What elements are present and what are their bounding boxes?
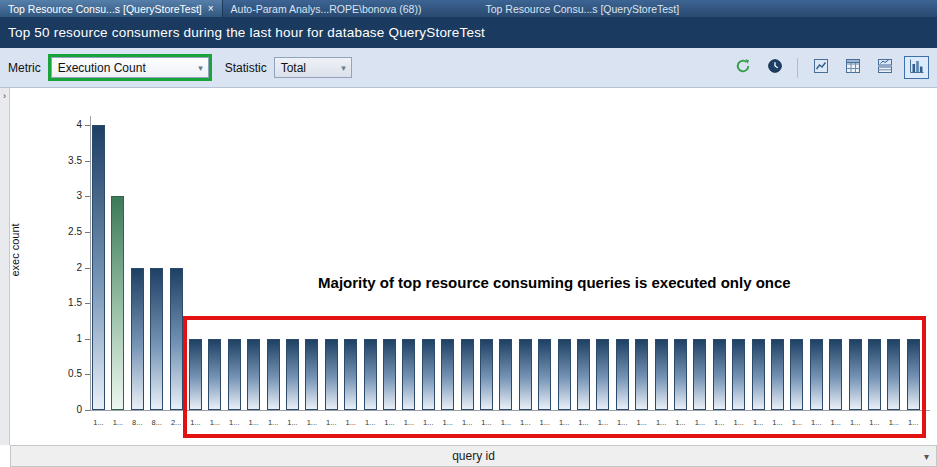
chart-view-button[interactable] xyxy=(808,56,833,79)
report-toolbar: Metric Execution Count ▾ Statistic Total… xyxy=(0,48,937,88)
y-tick-mark xyxy=(85,339,90,340)
split-view-button[interactable] xyxy=(872,56,897,79)
y-tick-label: 1 xyxy=(38,333,82,344)
tab-top-resource-consumers-2[interactable]: Top Resource Consu...s [QueryStoreTest] xyxy=(477,0,687,17)
metric-label: Metric xyxy=(8,61,41,75)
bar-chart-plot: exec count 00.511.522.533.541...1...8...… xyxy=(10,88,937,445)
chart-panel: › exec count 00.511.522.533.541...1...8.… xyxy=(0,88,937,445)
highlight-red-box xyxy=(183,316,926,438)
y-tick-mark xyxy=(85,196,90,197)
close-icon[interactable]: × xyxy=(208,3,214,14)
chevron-down-icon: ▾ xyxy=(924,451,929,462)
query-bar[interactable] xyxy=(131,268,144,411)
document-tab-bar: Top Resource Consu...s [QueryStoreTest] … xyxy=(0,0,937,17)
page-title: Top 50 resource consumers during the las… xyxy=(8,25,485,40)
query-bar[interactable] xyxy=(170,268,183,411)
timer-button[interactable] xyxy=(762,56,787,79)
split-view-icon xyxy=(877,58,893,77)
chevron-down-icon: ▾ xyxy=(341,63,346,73)
query-bar[interactable] xyxy=(150,268,163,411)
metric-value: Execution Count xyxy=(58,61,146,75)
y-axis-line xyxy=(90,116,91,410)
x-tick-label: 1... xyxy=(89,418,109,427)
y-tick-mark xyxy=(85,125,90,126)
refresh-button[interactable] xyxy=(730,56,755,79)
x-axis-title: query id xyxy=(452,449,495,463)
x-axis-dropdown[interactable]: query id ▾ xyxy=(10,445,937,467)
statistic-value: Total xyxy=(281,61,306,75)
x-tick-label: 8... xyxy=(147,418,167,427)
tab-top-resource-consumers-1[interactable]: Top Resource Consu...s [QueryStoreTest] … xyxy=(0,0,222,17)
tab-auto-param-analysis[interactable]: Auto-Param Analys...ROPE\bonova (68)) xyxy=(223,0,430,17)
expand-chevron-icon: › xyxy=(3,91,6,101)
metric-highlight-annotation: Execution Count ▾ xyxy=(48,54,212,81)
report-title-bar: Top 50 resource consumers during the las… xyxy=(0,17,937,48)
y-axis-title: exec count xyxy=(9,223,21,276)
y-tick-mark xyxy=(85,410,90,411)
timer-icon xyxy=(767,58,783,77)
metric-dropdown[interactable]: Execution Count ▾ xyxy=(51,57,209,78)
refresh-icon xyxy=(735,58,751,77)
y-tick-mark xyxy=(85,374,90,375)
statistic-label: Statistic xyxy=(225,61,267,75)
x-tick-label: 1... xyxy=(108,418,128,427)
tab-label: Top Resource Consu...s [QueryStoreTest] xyxy=(8,3,202,15)
chart-view-icon xyxy=(813,58,829,77)
y-tick-mark xyxy=(85,268,90,269)
statistic-dropdown[interactable]: Total ▾ xyxy=(274,57,352,78)
tab-label: Top Resource Consu...s [QueryStoreTest] xyxy=(485,3,679,15)
y-tick-label: 2 xyxy=(38,262,82,273)
y-tick-mark xyxy=(85,303,90,304)
y-tick-label: 0.5 xyxy=(38,368,82,379)
chart-annotation: Majority of top resource consuming queri… xyxy=(183,274,926,291)
grid-view-icon xyxy=(845,58,861,77)
y-tick-mark xyxy=(85,161,90,162)
chevron-down-icon: ▾ xyxy=(198,63,203,73)
bar-chart-view-button[interactable] xyxy=(904,56,929,79)
y-tick-label: 3 xyxy=(38,190,82,201)
query-bar[interactable] xyxy=(111,196,124,410)
tab-spacer xyxy=(429,0,477,17)
y-tick-label: 2.5 xyxy=(38,226,82,237)
y-tick-label: 1.5 xyxy=(38,297,82,308)
y-tick-label: 4 xyxy=(38,119,82,130)
y-tick-label: 0 xyxy=(38,404,82,415)
y-tick-label: 3.5 xyxy=(38,155,82,166)
x-tick-label: 8... xyxy=(127,418,147,427)
grid-view-button[interactable] xyxy=(840,56,865,79)
y-tick-mark xyxy=(85,232,90,233)
bar-chart-view-icon xyxy=(909,58,925,77)
tab-label: Auto-Param Analys...ROPE\bonova (68)) xyxy=(231,3,422,15)
toolbar-separator xyxy=(797,58,798,78)
query-bar[interactable] xyxy=(92,125,105,410)
